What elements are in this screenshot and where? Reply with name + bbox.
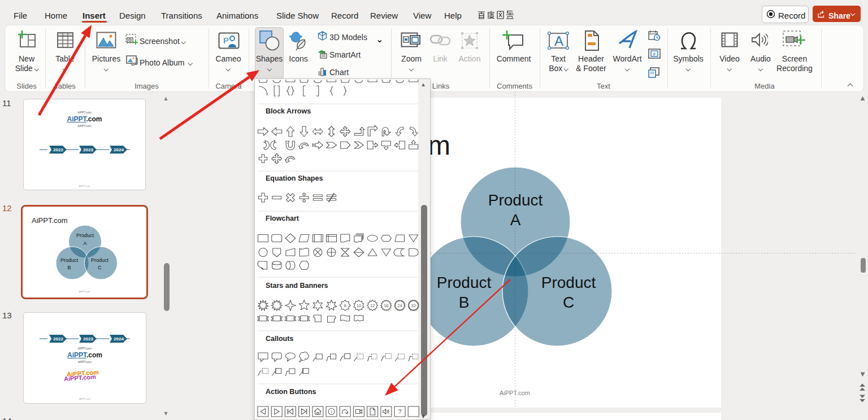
svg-text:16: 16 — [384, 303, 388, 308]
svg-text:Product: Product — [91, 257, 109, 263]
svg-text:?: ? — [398, 408, 401, 415]
svg-text:#: # — [653, 51, 656, 57]
svg-text:A: A — [83, 240, 86, 246]
svg-text:Product: Product — [60, 257, 79, 263]
svg-text:P: P — [223, 36, 229, 45]
svg-text:24: 24 — [397, 303, 402, 308]
svg-text:2023: 2023 — [83, 336, 93, 342]
svg-text:32: 32 — [411, 303, 416, 308]
svg-text:8: 8 — [344, 303, 346, 308]
svg-text:2024: 2024 — [114, 336, 124, 342]
svg-text:C: C — [98, 265, 102, 270]
svg-text:2024: 2024 — [114, 147, 124, 152]
svg-text:i: i — [331, 409, 332, 414]
svg-text:Product: Product — [76, 233, 94, 238]
svg-text:10: 10 — [357, 303, 361, 308]
svg-text:2022: 2022 — [53, 147, 63, 152]
svg-text:B: B — [67, 265, 71, 270]
svg-text:A: A — [554, 33, 563, 49]
svg-text:2022: 2022 — [53, 336, 63, 342]
svg-text:12: 12 — [370, 303, 375, 308]
svg-text:2023: 2023 — [83, 147, 93, 152]
